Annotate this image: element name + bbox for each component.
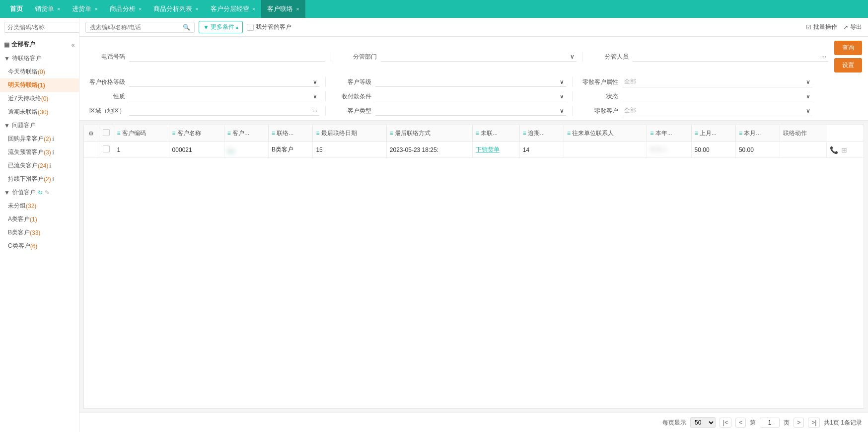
row-no-contact: 14: [519, 142, 564, 158]
payment-select[interactable]: ∨: [375, 92, 566, 101]
edit-icon[interactable]: ✎: [45, 189, 50, 196]
setting-button[interactable]: 设置: [834, 58, 862, 72]
table-row: 1 000021 Ea B类客户 15 2023-05-23 18:25: 下销…: [84, 142, 864, 158]
nav-customer-contact[interactable]: 客户联络 ×: [261, 0, 305, 18]
nature-caret: ∨: [313, 93, 317, 100]
sidebar-item-abnormal-repurchase[interactable]: 回购异常客户 (2) ℹ: [0, 132, 79, 145]
search-icon[interactable]: 🔍: [183, 24, 190, 31]
sidebar-group-pending-contact[interactable]: ▼ 待联络客户: [0, 52, 79, 65]
row-unit-contact: 联系人: [647, 142, 691, 158]
sidebar-item-churn-warning[interactable]: 流失预警客户 (3) ℹ: [0, 145, 79, 159]
sidebar-search-input[interactable]: [4, 22, 79, 33]
retail-customer-caret: ∨: [806, 107, 810, 114]
sidebar-all-customers[interactable]: ▦ 全部客户 «: [0, 37, 79, 52]
col-unit-contact: ≡ 往来单位联系人: [564, 125, 647, 142]
nav-product-analysis-close[interactable]: ×: [139, 6, 142, 12]
triangle-icon-2: ▼: [4, 122, 10, 129]
sidebar-group-value-customers[interactable]: ▼ 价值客户 ↻ ✎: [0, 186, 79, 199]
nav-purchase[interactable]: 进货单 ×: [66, 0, 103, 18]
export-icon: ↗: [843, 24, 848, 31]
table-footer: 每页显示 50 10 20 100 |< < 第 页 > >| 共1页 1条记录: [79, 413, 868, 432]
last-page-btn[interactable]: >|: [808, 418, 820, 428]
filter-nature: 性质 ∨: [85, 92, 319, 101]
sidebar-item-churned[interactable]: 已流失客户 (24) ℹ: [0, 159, 79, 172]
customer-type-select[interactable]: ∨: [375, 106, 566, 116]
status-select[interactable]: ∨: [622, 92, 812, 101]
retail-customer-select[interactable]: 全部 ∨: [622, 105, 812, 116]
more-filter-button[interactable]: ▼ 更多条件 ▴: [199, 21, 243, 33]
first-page-btn[interactable]: |<: [720, 418, 731, 428]
data-table-container: ⚙ ≡ 客户编码 ≡ 客户名称 ≡ 客户...: [83, 125, 864, 409]
row-checkbox[interactable]: [99, 142, 114, 158]
prev-page-btn[interactable]: <: [735, 418, 746, 428]
my-customers-checkbox[interactable]: 我分管的客户: [247, 23, 291, 31]
total-label: 共1页 1条记录: [824, 419, 862, 427]
query-button[interactable]: 查询: [834, 41, 862, 55]
price-level-select[interactable]: ∨: [129, 77, 319, 87]
nav-purchase-close[interactable]: ×: [94, 6, 97, 12]
sidebar-search-area: 🔍: [0, 18, 79, 37]
sidebar-item-7day-contact[interactable]: 近7天待联络 (0): [0, 92, 79, 105]
person-select[interactable]: ···: [633, 52, 828, 62]
col-settings[interactable]: ⚙: [84, 125, 99, 142]
batch-op-button[interactable]: ☑ 批量操作: [806, 23, 837, 31]
row-customer-name[interactable]: Ea: [224, 142, 268, 158]
phone-input[interactable]: [129, 52, 325, 62]
nav-sales-close[interactable]: ×: [57, 6, 60, 12]
contact-icon[interactable]: 📞: [830, 146, 838, 154]
nav-home[interactable]: 首页: [4, 0, 29, 18]
row-settings[interactable]: [84, 142, 99, 158]
page-input[interactable]: [760, 418, 780, 428]
row-last-month: 50.00: [735, 142, 780, 158]
nav-product-analysis-list-close[interactable]: ×: [195, 6, 198, 12]
sidebar-collapse-icon[interactable]: «: [71, 41, 75, 49]
customer-level-select[interactable]: ∨: [375, 77, 566, 87]
nav-product-analysis-list[interactable]: 商品分析列表 ×: [147, 0, 204, 18]
sidebar-item-overdue-contact[interactable]: 逾期未联络 (30): [0, 105, 79, 119]
more-icon[interactable]: ⊞: [841, 146, 847, 154]
col-customer-name: ≡ 客户名称: [169, 125, 224, 142]
filter-row-2: 客户价格等级 ∨ 客户等级 ∨ 零散客户属性: [85, 76, 862, 87]
refresh-icon[interactable]: ↻: [38, 189, 43, 196]
dept-select[interactable]: ∨: [381, 52, 577, 62]
col-last-contact-method: ≡ 最后联络方式: [386, 125, 472, 142]
col-this-month: ≡ 本月...: [735, 125, 780, 142]
export-button[interactable]: ↗ 导出: [843, 23, 862, 31]
col-checkbox[interactable]: [99, 125, 114, 142]
row-last-contact-method[interactable]: 下销货单: [472, 142, 519, 158]
area-dots: ···: [312, 107, 317, 114]
filter-status: 状态 ∨: [579, 92, 812, 101]
nav-customer-tier-close[interactable]: ×: [252, 6, 255, 12]
sidebar-item-ungrouped[interactable]: 未分组 (32): [0, 199, 79, 213]
area-select[interactable]: ···: [129, 106, 319, 116]
retail-attr-select[interactable]: 全部 ∨: [622, 76, 812, 87]
toolbar-right: ☑ 批量操作 ↗ 导出: [806, 23, 862, 31]
filter-phone: 电话号码: [85, 52, 325, 62]
col-last-contact-date: ≡ 最后联络日期: [313, 125, 386, 142]
page-label: 第: [750, 419, 756, 427]
nav-customer-tier[interactable]: 客户分层经营 ×: [205, 0, 261, 18]
filter-dept: 分管部门 ∨: [337, 52, 577, 62]
search-input[interactable]: [90, 24, 183, 31]
sidebar-item-today-contact[interactable]: 今天待联络 (0): [0, 65, 79, 78]
row-this-year: 50.00: [691, 142, 735, 158]
col-no-contact: ≡ 未联...: [472, 125, 519, 142]
sidebar-item-declining[interactable]: 持续下滑客户 (2) ℹ: [0, 172, 79, 186]
filter-price-level: 客户价格等级 ∨: [85, 77, 319, 87]
sidebar-group-problem-customers[interactable]: ▼ 问题客户: [0, 119, 79, 132]
col-contact-count: ≡ 联络...: [269, 125, 313, 142]
action-btns: 查询 设置: [834, 41, 862, 72]
nav-sales[interactable]: 销货单 ×: [29, 0, 66, 18]
sidebar-item-c-class[interactable]: C类客户 (6): [0, 239, 79, 253]
nature-select[interactable]: ∨: [129, 92, 319, 101]
sidebar-item-a-class[interactable]: A类客户 (1): [0, 213, 79, 226]
nav-customer-contact-close[interactable]: ×: [296, 6, 299, 12]
row-contact-count: 15: [313, 142, 386, 158]
next-page-btn[interactable]: >: [794, 418, 804, 428]
sidebar-item-tomorrow-contact[interactable]: 明天待联络 (1): [0, 78, 79, 92]
customer-level-caret: ∨: [560, 78, 564, 85]
per-page-select[interactable]: 50 10 20 100: [690, 417, 716, 428]
nav-product-analysis[interactable]: 商品分析 ×: [104, 0, 147, 18]
toolbar: 🔍 ▼ 更多条件 ▴ 我分管的客户 ☑ 批量操作 ↗ 导出: [79, 18, 868, 37]
sidebar-item-b-class[interactable]: B类客户 (33): [0, 226, 79, 239]
